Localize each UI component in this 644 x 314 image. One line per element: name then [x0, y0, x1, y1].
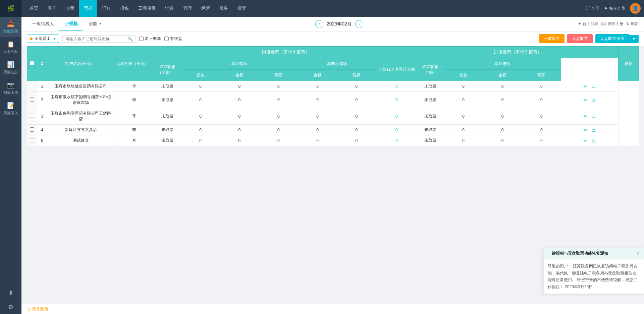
row-select-checkbox[interactable] — [30, 138, 34, 142]
period-next-button[interactable]: › — [355, 20, 363, 28]
sales-status-filter-icon[interactable]: ▼ — [174, 71, 177, 74]
edit-icon[interactable]: ✏ — [583, 97, 589, 103]
has-tax-disk-filter[interactable]: 有税盘 — [164, 36, 182, 42]
sub-account-checkbox[interactable] — [139, 37, 144, 41]
row-select-checkbox[interactable] — [30, 97, 34, 102]
fullscreen-button[interactable]: ⛶ 全屏 — [586, 6, 599, 11]
refresh-button[interactable]: ↻ 刷新 — [626, 21, 639, 27]
row-sales-status: 未取票 — [154, 125, 181, 135]
sidebar: 🌿 📥 智能取票 📋 发票开具 📊 票据汇总 📷 扫描上传 📝 票据录入 ⬇ ⚙ — [0, 0, 21, 314]
period-prev-button[interactable]: ‹ — [315, 20, 323, 28]
year12-link[interactable]: 0 — [395, 114, 398, 119]
sidebar-item-issue-invoice[interactable]: 📋 发票开具 — [0, 37, 21, 58]
edit-icon[interactable]: ✏ — [583, 84, 589, 89]
sidebar-item-settings-bottom[interactable]: ⚙ — [0, 300, 21, 314]
nav-home[interactable]: 首页 — [25, 0, 43, 17]
row-name: 卫辉市汲水镇下固湖香烟营木种植家庭农场 — [47, 92, 114, 108]
member-button[interactable]: ▶ 畅享会员 — [604, 6, 625, 11]
sub-account-filter[interactable]: 名下账套 — [139, 36, 161, 42]
row-checkbox[interactable] — [27, 135, 37, 146]
edit-icon[interactable]: ✏ — [583, 138, 589, 143]
year12-link[interactable]: 0 — [395, 138, 398, 143]
row-sales-status: 未取票 — [154, 81, 181, 92]
nav-operations[interactable]: 经营 — [197, 0, 215, 17]
notif-close-icon[interactable]: ✕ — [636, 251, 640, 256]
row-select-checkbox[interactable] — [30, 84, 34, 88]
sidebar-item-smart-fetch[interactable]: 📥 智能取票 — [0, 17, 21, 37]
row-qs-tax: 0 — [337, 135, 376, 146]
manual-button[interactable]: 📖 操作手册 — [601, 21, 623, 27]
view-icon[interactable]: 🗂 — [590, 97, 597, 103]
row-checkbox[interactable] — [27, 92, 37, 108]
year12-link[interactable]: 0 — [395, 128, 398, 132]
row-checkbox[interactable] — [27, 108, 37, 125]
search-icon[interactable]: 🔍 — [128, 37, 133, 41]
edit-icon[interactable]: ✏ — [583, 127, 589, 133]
row-qs-tax: 0 — [337, 81, 376, 92]
nav-messages[interactable]: 消息 — [160, 0, 178, 17]
row-actions: ✏ 🗂 — [561, 92, 619, 108]
select-all-checkbox[interactable] — [30, 61, 34, 65]
table-settings-icon[interactable]: ⚙ — [40, 61, 44, 66]
nav-business[interactable]: 工商项目 — [133, 0, 160, 17]
year12-link[interactable]: 0 — [395, 98, 398, 102]
view-icon[interactable]: 🗂 — [590, 127, 597, 133]
row-qs-tax: 0 — [337, 125, 376, 135]
sub-account-label: 名下账套 — [145, 36, 161, 42]
top-navigation: 首页 客户 收费 票据 记账 报税 工商项目 消息 管理 经营 服务 设置 ⛶ … — [21, 0, 644, 17]
row-mp-count: 0 — [444, 81, 483, 92]
nav-customer[interactable]: 客户 — [43, 0, 61, 17]
sidebar-item-scan-upload[interactable]: 📷 扫描上传 — [0, 78, 21, 99]
row-ms-amount: 0 — [220, 81, 259, 92]
th-year12: 连续12个月累计金额 — [376, 58, 417, 81]
view-icon[interactable]: 🗂 — [590, 84, 597, 89]
nav-service[interactable]: 服务 — [215, 0, 233, 17]
row-mp-tax: 0 — [522, 81, 561, 92]
row-ms-tax: 0 — [259, 125, 298, 135]
one-click-fetch-button[interactable]: 一键取票 — [539, 34, 565, 43]
row-actions: ✏ 🗂 — [561, 125, 619, 135]
tab-small-scale[interactable]: 小规模 — [59, 17, 83, 31]
search-box: 🔍 — [62, 35, 136, 43]
user-avatar[interactable]: 👤 — [630, 3, 641, 14]
period-display: 2023年02月 — [327, 21, 352, 27]
has-tax-disk-checkbox[interactable] — [164, 37, 169, 41]
row-checkbox[interactable] — [27, 81, 37, 92]
view-icon[interactable]: 🗂 — [590, 114, 597, 119]
scan-upload-icon: 📷 — [7, 81, 14, 89]
nav-settings[interactable]: 设置 — [233, 0, 251, 17]
tab-all[interactable]: 全能 ▼ — [83, 17, 107, 31]
tax-policy-link[interactable]: 税务政策 — [32, 306, 48, 312]
no-disk-fetch-button[interactable]: 无盘取票 — [567, 34, 593, 43]
sidebar-item-invoice-summary[interactable]: 📊 票据汇总 — [0, 58, 21, 78]
sidebar-item-invoice-entry[interactable]: 📝 票据录入 — [0, 99, 21, 119]
sidebar-item-download[interactable]: ⬇ — [0, 286, 21, 300]
edit-icon[interactable]: ✏ — [583, 114, 589, 119]
table-row: 1 卫辉市玖玖健合医药有限公司 季 未取票 0 0 0 0 0 0 未取票 0 … — [27, 81, 639, 92]
nav-tax[interactable]: 报税 — [115, 0, 133, 17]
nav-invoice[interactable]: 票据 — [79, 0, 97, 17]
view-icon[interactable]: 🗂 — [590, 138, 597, 143]
tab-general-taxpayer[interactable]: 一般纳税人 — [27, 17, 59, 31]
row-checkbox[interactable] — [27, 125, 37, 135]
purchase-status-filter-icon[interactable]: ▼ — [437, 71, 440, 74]
row-ms-tax: 0 — [259, 135, 298, 146]
tax-period-filter-icon[interactable]: ▼ — [149, 62, 152, 66]
logo-icon: 🌿 — [7, 5, 14, 12]
nav-management[interactable]: 管理 — [178, 0, 197, 17]
search-input[interactable] — [65, 37, 126, 41]
new-guide-button[interactable]: ✦ 新手引导 — [578, 21, 598, 27]
row-select-checkbox[interactable] — [30, 114, 34, 118]
name-filter-icon[interactable]: ▼ — [93, 62, 96, 66]
no-disk-ops-dropdown[interactable]: ▼ — [629, 35, 639, 43]
year12-link[interactable]: 0 — [395, 84, 398, 89]
nav-bookkeeping[interactable]: 记账 — [97, 0, 115, 17]
row-num: 2 — [37, 92, 47, 108]
row-num: 4 — [37, 125, 47, 135]
no-disk-ops-button[interactable]: 无盘取票操作 — [595, 34, 629, 43]
employee-filter[interactable]: 全部员工 ▼ — [27, 35, 59, 43]
nav-billing[interactable]: 收费 — [61, 0, 79, 17]
notif-header: 一键报税与无盘取票功能恢复通知 ✕ — [544, 248, 644, 259]
row-select-checkbox[interactable] — [30, 127, 34, 132]
row-ms-count: 0 — [181, 108, 220, 125]
